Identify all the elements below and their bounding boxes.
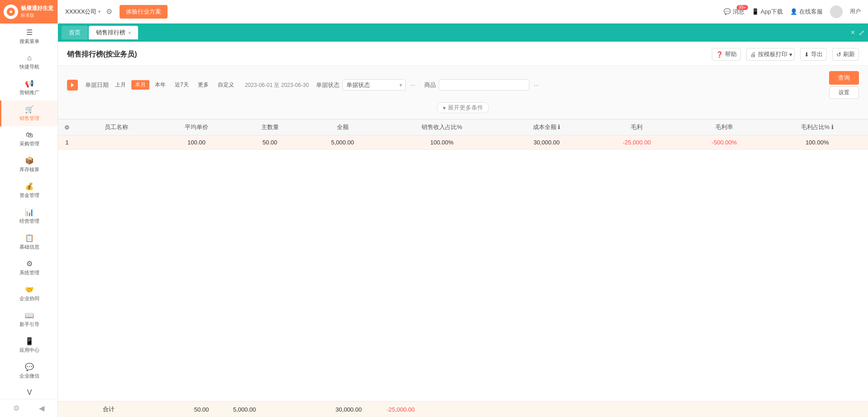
date-range-item: 2023-06-01 至 2023-06-30 [245,81,309,89]
cell-gross: -25,000.00 [591,135,682,150]
sidebar-item-0[interactable]: ☰ 搜索菜单 [0,24,58,49]
goods-dots-btn[interactable]: ··· [532,81,541,88]
col-gross-rate: 毛利率 [682,120,767,135]
tabbar-right: × ⤢ [851,29,864,37]
app-name: 畅康通好生意 [21,5,53,12]
help-btn[interactable]: ❓ 帮助 [712,48,741,61]
refresh-btn[interactable]: ↺ 刷新 [832,48,859,61]
date-option-this-month[interactable]: 本月 [131,80,149,90]
help-icon: ❓ [716,51,723,58]
search-btn[interactable]: 查询 [829,71,859,85]
col-sales-pct: 销售收入占比% [382,120,502,135]
tab-sales-ranking[interactable]: 销售排行榜 × [89,26,138,39]
date-option-this-year[interactable]: 本年 [151,80,169,90]
cell-main-qty: 50.00 [237,135,303,150]
sidebar-label-9: 系统管理 [19,269,39,276]
sidebar-item-1[interactable]: ⌂ 快捷导航 [0,49,58,75]
filter-area: 单据日期 上月 本月 本年 近7天 更多 自定义 2023-06-01 至 20… [58,66,868,119]
tabbar: 首页 销售排行榜 × × ⤢ [58,24,868,42]
sidebar-item-5[interactable]: 📦 库存核算 [0,152,58,177]
cell-gross-pct: 100.00% [767,135,868,150]
expand-conditions-btn[interactable]: ▾ 展开更多条件 [437,102,489,113]
message-btn[interactable]: 💬 消息 99+ [724,8,744,16]
sidebar-label-2: 营销推广 [19,89,39,96]
sidebar-collapse-btn[interactable]: ◀ [39,404,44,412]
sidebar-icon-11: 📖 [25,311,34,320]
sidebar-settings-btn[interactable]: ⚙ [13,404,19,412]
sidebar-label-4: 采购管理 [19,140,39,147]
status-select-wrap: 单据状态 [342,79,406,91]
sidebar-label-12: 应用中心 [19,347,39,354]
cell-avg-price: 100.00 [156,135,236,150]
status-filter-label: 单据状态 [316,81,340,89]
print-label: 按模板打印 [758,50,787,58]
page-header-actions: ❓ 帮助 🖨 按模板打印 ▾ ⬇ 导出 ↺ 刷新 [712,48,859,61]
topbar: XXXXX公司 ▾ ⚙ 体验行业方案 💬 消息 99+ 📱 App下载 👤 在线… [58,0,868,24]
sidebar-item-7[interactable]: 📊 经营管理 [0,203,58,229]
sidebar-item-13[interactable]: 💬 企业微信 [0,358,58,384]
sidebar-icon-7: 📊 [25,208,34,216]
sidebar-item-11[interactable]: 📖 新手引导 [0,307,58,332]
message-badge: 99+ [737,5,748,10]
sidebar-item-2[interactable]: 📢 营销推广 [0,75,58,101]
sidebar-icon-4: 🛍 [26,131,33,139]
avatar[interactable] [830,5,843,18]
filter-collapse-btn[interactable] [67,80,78,91]
sidebar-item-4[interactable]: 🛍 采购管理 [0,126,58,152]
date-option-more[interactable]: 更多 [194,80,212,90]
footer-gross: -25,000.00 [376,406,426,413]
sidebar-label-5: 库存核算 [19,166,39,173]
date-options: 上月 本月 本年 近7天 更多 自定义 [111,80,238,90]
online-service-icon: 👤 [790,8,797,15]
col-main-qty: 主数量 [237,120,303,135]
sidebar-icon-14: V [27,388,32,397]
app-download-btn[interactable]: 📱 App下载 [752,8,783,16]
tab-close-window-icon[interactable]: × [851,29,855,37]
online-service-btn[interactable]: 👤 在线客服 [790,8,823,16]
tab-close-icon[interactable]: × [128,30,131,35]
date-option-custom[interactable]: 自定义 [214,80,238,90]
print-chevron-icon: ▾ [789,51,792,58]
tab-home-label: 首页 [69,29,81,37]
print-btn[interactable]: 🖨 按模板打印 ▾ [746,48,795,61]
export-icon: ⬇ [804,51,809,58]
date-option-last-7-days[interactable]: 近7天 [171,80,192,90]
col-total: 全额 [303,120,382,135]
sidebar-label-8: 基础信息 [19,244,39,250]
sidebar-item-12[interactable]: 📱 应用中心 [0,332,58,358]
table-body: 1 100.00 50.00 5,000.00 100.00% 30,000.0… [58,135,868,150]
cell-cost: 30,000.00 [502,135,591,150]
app-sub: 标准版 [21,12,53,19]
sidebar-item-6[interactable]: 💰 资金管理 [0,177,58,203]
sidebar-item-14[interactable]: V 畅会员 [0,384,58,399]
sidebar-item-8[interactable]: 📋 基础信息 [0,229,58,255]
col-settings: ⚙ [58,120,76,135]
cell-index: 1 [58,135,76,150]
help-label: 帮助 [725,50,737,58]
footer-total-label: 合计 [82,405,136,413]
refresh-label: 刷新 [843,50,855,58]
status-select[interactable]: 单据状态 [342,79,406,91]
goods-input[interactable] [439,79,529,91]
company-selector[interactable]: XXXXX公司 ▾ [65,8,101,16]
page-container: 销售排行榜(按业务员) ❓ 帮助 🖨 按模板打印 ▾ ⬇ 导出 [58,42,868,417]
avatar-name: 用户 [850,8,861,15]
topbar-gear-icon[interactable]: ⚙ [106,7,112,16]
trial-btn[interactable]: 体验行业方案 [120,5,168,19]
export-btn[interactable]: ⬇ 导出 [800,48,827,61]
sidebar-icon-2: 📢 [25,79,34,88]
date-option-last-month[interactable]: 上月 [111,80,129,90]
sidebar-item-3[interactable]: 🛒 销售管理 [0,101,58,126]
page-title: 销售排行榜(按业务员) [67,50,137,59]
tab-maximize-icon[interactable]: ⤢ [858,29,864,37]
status-dots-btn[interactable]: ··· [408,81,417,88]
filter-settings-btn[interactable]: 设置 [829,86,859,99]
sidebar-label-6: 资金管理 [19,192,39,199]
sidebar-item-10[interactable]: 🤝 企业协同 [0,281,58,307]
sidebar-label-13: 企业微信 [19,373,39,379]
cell-gross-rate: -500.00% [682,135,767,150]
sidebar-item-9[interactable]: ⚙ 系统管理 [0,255,58,281]
sidebar-icon-12: 📱 [25,337,34,345]
message-icon: 💬 [724,8,731,15]
tab-home[interactable]: 首页 [62,26,88,39]
